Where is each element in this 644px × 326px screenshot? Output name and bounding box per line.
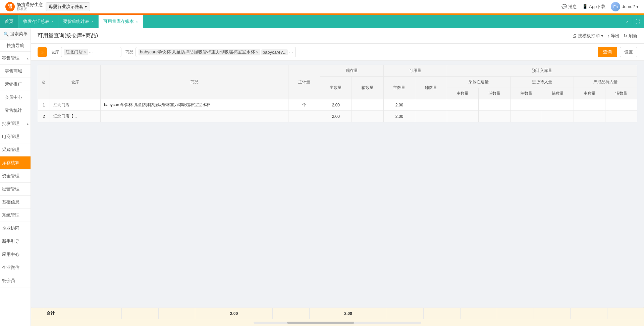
avatar: Ea bbox=[611, 2, 620, 11]
row1-available-main: 2.00 bbox=[383, 99, 415, 111]
tab-home[interactable]: 首页 bbox=[0, 15, 18, 28]
sidebar-item-basic-info[interactable]: 基础信息 bbox=[0, 196, 31, 209]
sidebar-item-operations-mgmt[interactable]: 经营管理 bbox=[0, 183, 31, 196]
sidebar-item-member-vip[interactable]: 畅会员 bbox=[0, 274, 31, 287]
th-settings: ⚙ bbox=[38, 65, 50, 99]
sidebar-item-enterprise-collab[interactable]: 企业协同 bbox=[0, 222, 31, 235]
sidebar-search[interactable]: 🔍 搜索菜单 bbox=[0, 28, 31, 40]
product-tag-1-close[interactable]: × bbox=[256, 50, 259, 55]
filter-actions: 查询 设置 bbox=[598, 47, 637, 57]
header-right: 💬 消息 📱 App下载 Ea demo2 ▾ bbox=[561, 2, 639, 11]
settings-button[interactable]: 设置 bbox=[620, 47, 637, 57]
th-product: 商品 bbox=[100, 65, 288, 99]
product-filter: 商品 babycare学饮杯 儿童防摔防撞吸管杯重力球吸嘴杯宝宝水杯 × bab… bbox=[125, 47, 296, 57]
export-button[interactable]: ↑ 导出 bbox=[607, 33, 620, 39]
query-button[interactable]: 查询 bbox=[598, 47, 617, 57]
row2-purchase-aux bbox=[479, 111, 511, 122]
sidebar-item-retail-mall[interactable]: 零售商城 bbox=[0, 65, 31, 78]
filter-toggle-button[interactable]: » bbox=[38, 47, 47, 57]
warehouse-filter: 仓库 江北门店 × ··· bbox=[51, 47, 121, 57]
app-download-button[interactable]: 📱 App下载 bbox=[582, 4, 605, 10]
product-tag-2: babycare?... bbox=[261, 49, 288, 55]
th-warehouse: 仓库 bbox=[50, 65, 101, 99]
warehouse-input[interactable]: 江北门店 × ··· bbox=[61, 47, 121, 57]
warehouse-more-dots[interactable]: ··· bbox=[89, 50, 93, 55]
svg-text:通: 通 bbox=[8, 4, 13, 9]
sidebar-item-new-guide[interactable]: 新手引导 bbox=[0, 235, 31, 248]
row2-available-main: 2.00 bbox=[383, 111, 415, 122]
sidebar-nav[interactable]: 快捷导航 bbox=[0, 40, 31, 52]
sidebar-item-purchase-mgmt[interactable]: 采购管理 bbox=[0, 143, 31, 156]
product-input[interactable]: babycare学饮杯 儿童防摔防撞吸管杯重力球吸嘴杯宝宝水杯 × babyca… bbox=[136, 47, 296, 57]
total-products-main bbox=[571, 308, 607, 319]
th-main-unit: 主计量 bbox=[288, 65, 320, 99]
industry-selector[interactable]: 母婴行业演示账套 ▾ bbox=[46, 2, 90, 11]
filter-bar: » 仓库 江北门店 × ··· 商品 babycare学饮杯 儿童防摔防撞吸管杯… bbox=[31, 44, 644, 61]
th-current-aux: 辅数量 bbox=[352, 77, 384, 99]
total-purchase-aux bbox=[460, 308, 497, 319]
th-available-qty-group: 可用量 bbox=[383, 65, 447, 77]
tab-expand-icon[interactable]: ⛶ bbox=[636, 19, 640, 24]
total-empty-settings bbox=[31, 308, 43, 319]
user-menu[interactable]: Ea demo2 ▾ bbox=[611, 2, 639, 11]
sidebar-item-enterprise-wechat[interactable]: 企业微信 bbox=[0, 261, 31, 274]
app-download-icon: 📱 bbox=[582, 4, 588, 9]
total-available-main: 2.00 bbox=[309, 308, 387, 319]
row1-warehouse: 江北门店 bbox=[50, 99, 101, 111]
row2-index: 2 bbox=[38, 111, 50, 122]
sidebar-item-retail-mgmt[interactable]: 零售管理 ▴ bbox=[0, 52, 31, 65]
th-available-aux: 辅数量 bbox=[415, 77, 447, 99]
sidebar-item-system-mgmt[interactable]: 系统管理 bbox=[0, 209, 31, 222]
th-products-aux: 辅数量 bbox=[605, 88, 637, 99]
content-area: 可用量查询(按仓库+商品) 🖨 按模板打印 ▾ ↑ 导出 ↻ 刷新 bbox=[31, 28, 644, 326]
message-icon: 💬 bbox=[561, 4, 567, 9]
sidebar-item-finance-mgmt[interactable]: 资金管理 bbox=[0, 170, 31, 183]
table-row: 2 江北门店【... 2.00 2.00 bbox=[38, 111, 637, 122]
export-icon: ↑ bbox=[607, 33, 610, 38]
product-tag-1: babycare学饮杯 儿童防摔防撞吸管杯重力球吸嘴杯宝宝水杯 × bbox=[139, 49, 260, 55]
search-icon: 🔍 bbox=[3, 32, 9, 37]
sidebar-item-app-center[interactable]: 应用中心 bbox=[0, 248, 31, 261]
logo-icon: 通 bbox=[5, 2, 15, 11]
printer-icon: 🖨 bbox=[572, 33, 577, 38]
message-button[interactable]: 💬 消息 bbox=[561, 4, 577, 10]
total-products-aux bbox=[607, 308, 644, 319]
row2-available-aux bbox=[415, 111, 447, 122]
product-more-dots[interactable]: ··· bbox=[289, 50, 293, 55]
row2-warehouse: 江北门店【... bbox=[50, 111, 101, 122]
sidebar-item-inventory-check[interactable]: 库存核算 bbox=[0, 156, 31, 170]
warehouse-tag-close[interactable]: × bbox=[84, 50, 87, 55]
row1-products-aux bbox=[605, 99, 637, 111]
th-products-main: 主数量 bbox=[574, 88, 605, 99]
sidebar-item-marketing[interactable]: 营销推广 bbox=[0, 78, 31, 91]
refresh-icon: ↻ bbox=[624, 33, 627, 38]
row2-product bbox=[100, 111, 288, 122]
horizontal-scrollbar[interactable] bbox=[254, 322, 421, 324]
refresh-button[interactable]: ↻ 刷新 bbox=[624, 33, 637, 39]
total-goods-main bbox=[497, 308, 534, 319]
tab-close-receive[interactable]: × bbox=[51, 19, 53, 24]
tab-available-ledger[interactable]: 可用量库存账本 × bbox=[99, 15, 143, 28]
print-template-button[interactable]: 🖨 按模板打印 ▾ bbox=[572, 33, 603, 39]
row1-products-main bbox=[574, 99, 605, 111]
sidebar-item-ecommerce-mgmt[interactable]: 电商管理 bbox=[0, 130, 31, 143]
row2-products-aux bbox=[605, 111, 637, 122]
sidebar-item-member-center[interactable]: 会员中心 bbox=[0, 91, 31, 104]
tab-receive-summary[interactable]: 收发存汇总表 × bbox=[18, 15, 58, 28]
tab-close-available[interactable]: × bbox=[136, 19, 138, 24]
footer-area: 合计 2.00 2.00 bbox=[31, 307, 644, 326]
table-settings-icon[interactable]: ⚙ bbox=[42, 80, 46, 85]
total-current-main: 2.00 bbox=[195, 308, 273, 319]
th-goods-aux: 辅数量 bbox=[542, 88, 574, 99]
tab-close-all-icon[interactable]: × bbox=[626, 19, 629, 24]
th-expected-inbound-group: 预计入库量 bbox=[447, 65, 637, 77]
sidebar-item-wholesale-mgmt[interactable]: 批发管理 ▴ bbox=[0, 117, 31, 130]
th-purchase-in-transit-group: 采购在途量 bbox=[447, 77, 510, 88]
tab-close-demand[interactable]: × bbox=[91, 19, 93, 24]
total-empty-product bbox=[122, 308, 158, 319]
sidebar-item-retail-stats[interactable]: 零售统计 bbox=[0, 104, 31, 117]
page-title: 可用量查询(按仓库+商品) bbox=[38, 32, 98, 43]
tab-demand-stats[interactable]: 要货单统计表 × bbox=[58, 15, 98, 28]
row1-available-aux bbox=[415, 99, 447, 111]
scrollbar-thumb[interactable] bbox=[287, 322, 354, 324]
